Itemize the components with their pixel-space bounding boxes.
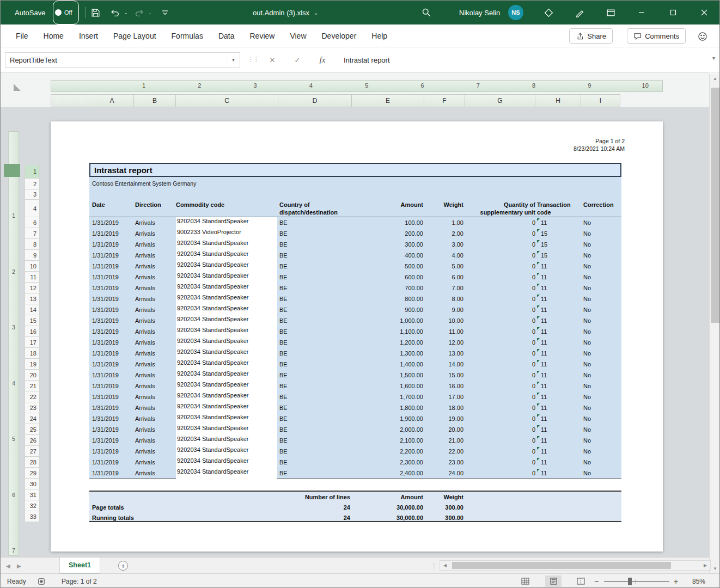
- macro-record-icon[interactable]: [38, 574, 45, 588]
- header-country-line1[interactable]: Country of: [279, 201, 310, 208]
- name-box-dropdown-icon[interactable]: ▾: [227, 57, 240, 63]
- cell-country[interactable]: BE: [279, 424, 288, 435]
- row-header-28[interactable]: 28: [25, 457, 40, 468]
- cell-direction[interactable]: Arrivals: [135, 424, 155, 435]
- cell-weight[interactable]: 1.00: [452, 217, 463, 228]
- cell-commodity[interactable]: 9202034 StandardSpeaker: [176, 304, 277, 315]
- row-header-11[interactable]: 11: [25, 272, 40, 283]
- row-header-15[interactable]: 15: [25, 315, 40, 326]
- page[interactable]: Page 1 of 2 8/23/2021 10:24 AM Intrastat…: [51, 121, 663, 552]
- cell-date[interactable]: 1/31/2019: [92, 348, 119, 359]
- cell-date[interactable]: 1/31/2019: [92, 228, 119, 239]
- cell-transaction-code[interactable]: 11: [537, 435, 547, 446]
- cell-correction[interactable]: No: [583, 326, 591, 337]
- ribbon-tab-insert[interactable]: Insert: [71, 24, 106, 47]
- zoom-slider-thumb[interactable]: [628, 578, 632, 585]
- cell-weight[interactable]: 22.00: [448, 446, 463, 457]
- cell-quantity[interactable]: 0: [532, 468, 535, 479]
- cell-transaction-code[interactable]: 11: [537, 446, 547, 457]
- cell-country[interactable]: BE: [279, 261, 288, 272]
- cell-correction[interactable]: No: [583, 337, 591, 348]
- formula-bar-expand-icon[interactable]: ▾: [712, 55, 715, 61]
- sheet-nav-left-icon[interactable]: ◀: [6, 558, 10, 574]
- cell-weight[interactable]: 23.00: [448, 457, 463, 468]
- ribbon-tab-file[interactable]: File: [8, 24, 36, 47]
- row-header-9[interactable]: 9: [25, 250, 40, 261]
- cell-amount[interactable]: 500.00: [405, 261, 423, 272]
- cell-quantity[interactable]: 0: [532, 381, 535, 391]
- cell-weight[interactable]: 9.00: [452, 304, 463, 315]
- cell-weight[interactable]: 10.00: [448, 315, 463, 326]
- cell-amount[interactable]: 1,600.00: [400, 381, 423, 391]
- user-name[interactable]: Nikolay Selin: [459, 1, 500, 24]
- formula-input[interactable]: Intrastat report: [344, 52, 390, 68]
- ribbon-display-icon[interactable]: [603, 1, 618, 24]
- row-header-6[interactable]: 6: [25, 217, 40, 228]
- header-transaction-line1[interactable]: Transaction: [537, 201, 571, 208]
- name-box[interactable]: ReportTitleText ▾: [5, 52, 240, 68]
- cell-date[interactable]: 1/31/2019: [92, 283, 119, 293]
- cell-transaction-code[interactable]: 11: [537, 359, 547, 370]
- cell-correction[interactable]: No: [583, 228, 591, 239]
- cell-country[interactable]: BE: [279, 348, 288, 359]
- cell-direction[interactable]: Arrivals: [135, 228, 155, 239]
- header-amount[interactable]: Amount: [400, 201, 423, 208]
- cell-amount[interactable]: 1,800.00: [400, 402, 423, 413]
- column-header-F[interactable]: F: [424, 94, 465, 107]
- undo-icon[interactable]: [107, 1, 123, 24]
- cell-weight[interactable]: 15.00: [448, 370, 463, 381]
- cell-amount[interactable]: 1,000.00: [400, 315, 423, 326]
- cell-weight[interactable]: 12.00: [448, 337, 463, 348]
- feedback-smiley-icon[interactable]: [697, 30, 709, 42]
- cell-country[interactable]: BE: [279, 272, 288, 283]
- cell-quantity[interactable]: 0: [532, 283, 535, 293]
- cell-direction[interactable]: Arrivals: [135, 391, 155, 402]
- cell-transaction-code[interactable]: 11: [537, 348, 547, 359]
- cell-amount[interactable]: 2,400.00: [400, 468, 423, 479]
- cell-weight[interactable]: 7.00: [452, 283, 463, 293]
- cell-country[interactable]: BE: [279, 413, 288, 424]
- cell-amount[interactable]: 1,100.00: [400, 326, 423, 337]
- cell-weight[interactable]: 19.00: [448, 413, 463, 424]
- cell-correction[interactable]: No: [583, 446, 591, 457]
- avatar[interactable]: NS: [508, 5, 523, 20]
- cell-amount[interactable]: 1,400.00: [400, 359, 423, 370]
- scroll-right-icon[interactable]: ▶: [700, 561, 710, 570]
- cell-transaction-code[interactable]: 11: [537, 315, 547, 326]
- pen-icon[interactable]: [572, 1, 587, 24]
- row-header-18[interactable]: 18: [25, 348, 40, 359]
- cell-date[interactable]: 1/31/2019: [92, 326, 119, 337]
- cell-transaction-code[interactable]: 11: [537, 293, 547, 304]
- cell-quantity[interactable]: 0: [532, 359, 535, 370]
- cell-country[interactable]: BE: [279, 304, 288, 315]
- cell-direction[interactable]: Arrivals: [135, 250, 155, 261]
- cell-weight[interactable]: 16.00: [448, 381, 463, 391]
- cell-country[interactable]: BE: [279, 446, 288, 457]
- cell-transaction-code[interactable]: 11: [537, 337, 547, 348]
- cell-direction[interactable]: Arrivals: [135, 239, 155, 250]
- normal-view-button[interactable]: [517, 575, 533, 587]
- formula-bar-grip[interactable]: ⋮⋮: [247, 55, 259, 63]
- cell-weight[interactable]: 20.00: [448, 424, 463, 435]
- cell-amount[interactable]: 1,300.00: [400, 348, 423, 359]
- report-title-cell[interactable]: Intrastat report: [89, 163, 621, 177]
- cell-direction[interactable]: Arrivals: [135, 359, 155, 370]
- cell-weight[interactable]: 24.00: [448, 468, 463, 479]
- cell-correction[interactable]: No: [583, 370, 591, 381]
- horizontal-scrollbar[interactable]: ◀ ▶: [440, 560, 711, 571]
- row-header-19[interactable]: 19: [25, 359, 40, 370]
- document-title[interactable]: out.Admin (3).xlsx ⌄: [253, 1, 318, 24]
- cell-direction[interactable]: Arrivals: [135, 337, 155, 348]
- redo-dropdown-icon[interactable]: ⌄: [147, 1, 153, 24]
- cell-direction[interactable]: Arrivals: [135, 272, 155, 283]
- cell-correction[interactable]: No: [583, 272, 591, 283]
- scroll-left-icon[interactable]: ◀: [440, 561, 450, 570]
- cell-country[interactable]: BE: [279, 359, 288, 370]
- cell-country[interactable]: BE: [279, 370, 288, 381]
- cell-direction[interactable]: Arrivals: [135, 283, 155, 293]
- cell-transaction-code[interactable]: 11: [537, 217, 547, 228]
- row-header-4[interactable]: 4: [25, 200, 40, 217]
- cell-commodity[interactable]: 9202034 StandardSpeaker: [176, 315, 277, 326]
- cell-direction[interactable]: Arrivals: [135, 435, 155, 446]
- cell-date[interactable]: 1/31/2019: [92, 424, 119, 435]
